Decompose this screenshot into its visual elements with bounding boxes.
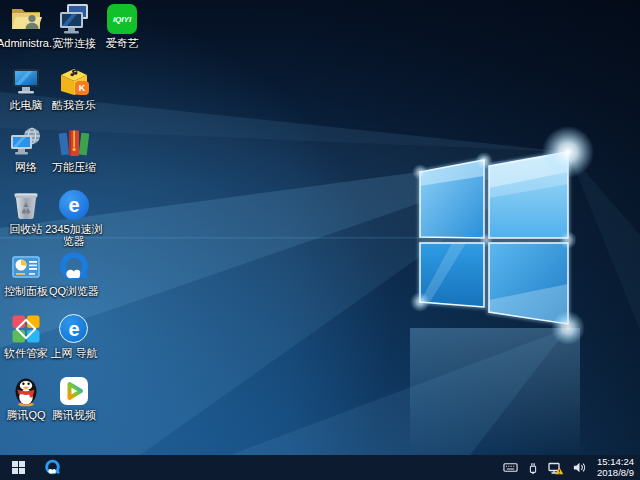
desktop-icon-tencent-video[interactable]: 腾讯视频: [50, 375, 98, 421]
qq-browser-icon: [44, 459, 61, 476]
tencent-video-icon: [58, 375, 90, 407]
usb-device-button[interactable]: [524, 455, 542, 480]
icon-label: 酷我音乐: [45, 99, 103, 111]
web-navigation-icon: e: [58, 313, 90, 345]
control-panel-icon: [10, 251, 42, 283]
desktop-icon-network[interactable]: 网络: [2, 127, 50, 173]
desktop-icon-tencent-qq[interactable]: 腾讯QQ: [2, 375, 50, 421]
usb-icon: [526, 461, 540, 475]
kuwo-k-badge: K: [75, 81, 89, 95]
iqiyi-icon: iQIYI: [106, 3, 138, 35]
desktop-icon-kuwo-music[interactable]: K 酷我音乐: [50, 65, 98, 111]
icon-label: 爱奇艺: [93, 37, 151, 49]
network-status-button[interactable]: [547, 455, 565, 480]
start-button[interactable]: [0, 455, 36, 480]
desktop-icon-this-pc[interactable]: 此电脑: [2, 65, 50, 111]
kuwo-music-icon: K: [58, 65, 90, 97]
taskbar-qq-browser-button[interactable]: [36, 455, 68, 480]
desktop-icon-administrator[interactable]: Administra...: [2, 3, 50, 49]
desktop-icon-web-navigation[interactable]: e 上网 导航: [50, 313, 98, 359]
qq-browser-icon: [58, 251, 90, 283]
2345-browser-icon: e: [58, 189, 90, 221]
desktop-icon-qq-browser[interactable]: QQ浏览器: [50, 251, 98, 297]
volume-button[interactable]: [570, 455, 588, 480]
desktop-icon-broadband-connection[interactable]: 宽带连接: [50, 3, 98, 49]
clock-time: 15:14:24: [597, 457, 634, 468]
windows-logo-icon: [12, 461, 25, 474]
clock-date: 2018/8/9: [597, 468, 634, 479]
desktop-icon-2345-browser[interactable]: e 2345加速浏览器: [50, 189, 98, 247]
icon-label: 万能压缩: [45, 161, 103, 173]
windows-desktop: Administra... 宽带连接 iQIYI 爱奇艺: [0, 0, 640, 480]
taskbar: 15:14:24 2018/8/9: [0, 455, 640, 480]
system-tray: 15:14:24 2018/8/9: [501, 455, 640, 480]
user-folder-icon: [10, 3, 42, 35]
desktop-icon-software-manager[interactable]: 软件管家: [2, 313, 50, 359]
icon-label: 2345加速浏览器: [45, 223, 103, 247]
compressed-books-icon: [58, 127, 90, 159]
keyboard-icon: [503, 460, 518, 475]
desktop-icon-recycle-bin[interactable]: 回收站: [2, 189, 50, 235]
desktop-icon-iqiyi[interactable]: iQIYI 爱奇艺: [98, 3, 146, 49]
touch-keyboard-button[interactable]: [501, 455, 519, 480]
network-warning-icon: [548, 460, 564, 476]
desktop-icon-wanneng-compress[interactable]: 万能压缩: [50, 127, 98, 173]
speaker-icon: [572, 460, 587, 475]
computer-icon: [10, 65, 42, 97]
recycle-bin-icon: [10, 189, 42, 221]
icon-label: QQ浏览器: [45, 285, 103, 297]
software-manager-icon: [10, 313, 42, 345]
network-globe-icon: [10, 127, 42, 159]
icon-label: 上网 导航: [45, 347, 103, 359]
dual-monitor-icon: [58, 3, 90, 35]
desktop-icon-control-panel[interactable]: 控制面板: [2, 251, 50, 297]
icon-label: 腾讯视频: [45, 409, 103, 421]
qq-penguin-icon: [10, 375, 42, 407]
taskbar-clock[interactable]: 15:14:24 2018/8/9: [593, 457, 637, 478]
